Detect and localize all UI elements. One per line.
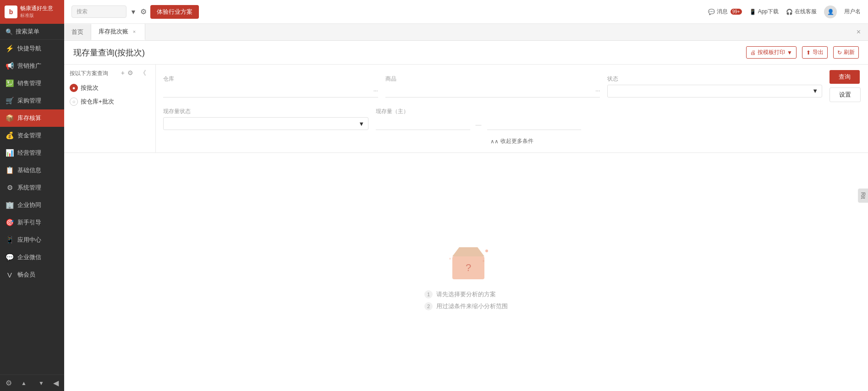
export-label: 导出 bbox=[813, 49, 824, 56]
warehouse-more-icon[interactable]: ··· bbox=[374, 87, 378, 94]
sidebar-item-finance[interactable]: 💰 资金管理 bbox=[0, 127, 64, 144]
filter-row-2: 现存量状态 ▼ 现存量（主） — bbox=[163, 108, 861, 130]
sidebar-item-inventory[interactable]: 📦 库存核算 bbox=[0, 109, 64, 127]
tab-home[interactable]: 首页 bbox=[64, 24, 91, 40]
sidebar-item-base-info[interactable]: 📋 基础信息 bbox=[0, 162, 64, 179]
online-service-label: 在线客服 bbox=[795, 8, 817, 16]
page-header-actions: 🖨 按模板打印 ▼ ⬆ 导出 ↻ 刷新 bbox=[746, 46, 859, 59]
sidebar-item-enterprise[interactable]: 🏢 企业协同 bbox=[0, 196, 64, 214]
product-more-icon[interactable]: ··· bbox=[595, 87, 600, 94]
search-placeholder: 搜索 bbox=[77, 8, 88, 15]
sidebar-item-vip[interactable]: V 畅会员 bbox=[0, 266, 64, 283]
sidebar-item-sales[interactable]: 💹 销售管理 bbox=[0, 75, 64, 92]
quick-nav-icon: ⚡ bbox=[5, 44, 14, 53]
messages-action[interactable]: 💬 消息 99+ bbox=[708, 8, 742, 16]
status-select[interactable]: ▼ bbox=[607, 85, 822, 98]
online-service-action[interactable]: 🎧 在线客服 bbox=[786, 8, 817, 16]
app-name: 畅康通好生意 bbox=[20, 5, 53, 12]
tip-text-2: 用过滤条件来缩小分析范围 bbox=[436, 302, 508, 310]
stock-qty-to-input[interactable] bbox=[487, 117, 582, 130]
filter-actions: 查询 设置 bbox=[830, 70, 861, 102]
tabbar: 首页 库存批次账 × × bbox=[64, 24, 868, 41]
right-panel-toggle[interactable]: Rit bbox=[858, 189, 868, 203]
sidebar-item-label: 系统管理 bbox=[17, 184, 41, 192]
stock-qty-from-input[interactable] bbox=[376, 117, 470, 130]
svg-text:?: ? bbox=[466, 262, 471, 273]
collapse-more-btn[interactable]: ∧∧ 收起更多条件 bbox=[163, 136, 861, 147]
sidebar-item-app-center[interactable]: 📱 应用中心 bbox=[0, 231, 64, 249]
sidebar-scroll-up[interactable]: ▲ bbox=[18, 379, 29, 387]
topbar-right: 💬 消息 99+ 📱 App下载 🎧 在线客服 👤 用户名 bbox=[708, 5, 861, 18]
global-close-button[interactable]: × bbox=[849, 24, 868, 40]
print-button[interactable]: 🖨 按模板打印 ▼ bbox=[746, 46, 797, 59]
topbar-dropdown-icon[interactable]: ▼ bbox=[130, 8, 137, 16]
svg-point-7 bbox=[483, 260, 484, 262]
headset-icon: 🎧 bbox=[786, 9, 793, 15]
messages-label: 消息 bbox=[717, 8, 728, 16]
empty-state: ? 1 请先选择要分析的方案 2 用过滤条件来缩小分析范围 bbox=[64, 153, 868, 391]
refresh-button[interactable]: ↻ 刷新 bbox=[833, 46, 859, 59]
scheme-by-warehouse-batch[interactable]: ○ 按仓库+批次 bbox=[64, 95, 155, 109]
right-panel-label: Rit bbox=[860, 192, 866, 199]
wechat-icon: 💬 bbox=[5, 253, 14, 261]
sidebar-scroll-down[interactable]: ▼ bbox=[36, 379, 47, 387]
sidebar-item-operations[interactable]: 📊 经营管理 bbox=[0, 144, 64, 162]
warehouse-input[interactable]: ··· bbox=[163, 85, 378, 98]
settings-icon[interactable]: ⚙ bbox=[5, 379, 12, 387]
manage-scheme-icon[interactable]: ⚙ bbox=[127, 69, 133, 77]
product-input[interactable]: ··· bbox=[385, 85, 600, 98]
sidebar-item-system[interactable]: ⚙ 系统管理 bbox=[0, 179, 64, 196]
topbar-gear-icon[interactable]: ⚙ bbox=[140, 7, 147, 16]
stock-status-field: 现存量状态 ▼ bbox=[163, 108, 368, 130]
tip-num-2: 2 bbox=[424, 302, 433, 310]
app-download-action[interactable]: 📱 App下载 bbox=[749, 8, 779, 16]
trial-button[interactable]: 体验行业方案 bbox=[150, 5, 199, 19]
stock-status-select[interactable]: ▼ bbox=[163, 117, 368, 130]
export-button[interactable]: ⬆ 导出 bbox=[802, 46, 828, 59]
page-content: 现存量查询(按批次) 🖨 按模板打印 ▼ ⬆ 导出 ↻ 刷新 bbox=[64, 41, 868, 391]
tab-batch-account[interactable]: 库存批次账 × bbox=[91, 24, 145, 40]
filter-row-1: 仓库 ··· 商品 ··· 状态 bbox=[163, 70, 861, 102]
svg-point-6 bbox=[449, 258, 451, 260]
messages-badge: 99+ bbox=[731, 9, 742, 15]
settings-button[interactable]: 设置 bbox=[830, 87, 861, 102]
sidebar-item-newbie[interactable]: 🎯 新手引导 bbox=[0, 214, 64, 231]
refresh-icon: ↻ bbox=[837, 49, 842, 56]
empty-svg: ? bbox=[443, 234, 494, 284]
user-avatar[interactable]: 👤 bbox=[824, 5, 837, 18]
filter-fields: 仓库 ··· 商品 ··· 状态 bbox=[156, 65, 868, 152]
sidebar-item-purchase[interactable]: 🛒 采购管理 bbox=[0, 92, 64, 109]
scheme-by-batch[interactable]: ● 按批次 bbox=[64, 81, 155, 95]
inventory-icon: 📦 bbox=[5, 114, 14, 122]
finance-icon: 💰 bbox=[5, 131, 14, 140]
sidebar-item-quick-nav[interactable]: ⚡ 快捷导航 bbox=[0, 40, 64, 57]
tip-num-1: 1 bbox=[424, 290, 433, 299]
topbar-search-box[interactable]: 搜索 bbox=[71, 5, 126, 18]
svg-point-5 bbox=[485, 250, 488, 252]
filter-area: 按以下方案查询 + ⚙ 《 ● 按批次 ○ 按仓库+批次 bbox=[64, 65, 868, 153]
purchase-icon: 🛒 bbox=[5, 97, 14, 105]
sidebar-search[interactable]: 🔍 搜索菜单 bbox=[0, 24, 64, 40]
newbie-icon: 🎯 bbox=[5, 218, 14, 227]
svg-marker-3 bbox=[452, 247, 484, 256]
vip-icon: V bbox=[5, 271, 14, 279]
query-button[interactable]: 查询 bbox=[830, 70, 860, 84]
schemes-label: 按以下方案查询 bbox=[70, 70, 108, 77]
empty-illustration: ? bbox=[443, 234, 489, 279]
app-center-icon: 📱 bbox=[5, 236, 14, 244]
collapse-schemes-btn[interactable]: 《 bbox=[136, 69, 150, 77]
tab-close-icon[interactable]: × bbox=[131, 28, 137, 35]
status-dropdown-icon: ▼ bbox=[812, 87, 818, 94]
sidebar-item-label: 应用中心 bbox=[17, 236, 41, 244]
sidebar-item-label: 快捷导航 bbox=[17, 44, 41, 53]
collapse-sidebar-icon[interactable]: ◀ bbox=[53, 379, 59, 387]
sidebar-item-marketing[interactable]: 📢 营销推广 bbox=[0, 57, 64, 75]
scheme-by-warehouse-batch-label: 按仓库+批次 bbox=[81, 98, 114, 106]
sidebar-item-label: 畅会员 bbox=[17, 271, 35, 279]
sidebar-item-wechat[interactable]: 💬 企业微信 bbox=[0, 249, 64, 266]
sidebar-search-label: 搜索菜单 bbox=[16, 27, 39, 36]
topbar-left: 搜索 ▼ ⚙ 体验行业方案 bbox=[71, 5, 703, 19]
main-content: 搜索 ▼ ⚙ 体验行业方案 💬 消息 99+ 📱 App下载 🎧 在线客服 👤 bbox=[64, 0, 868, 391]
sidebar-header: b 畅康通好生意 标准版 bbox=[0, 0, 64, 24]
add-scheme-icon[interactable]: + bbox=[121, 69, 125, 77]
